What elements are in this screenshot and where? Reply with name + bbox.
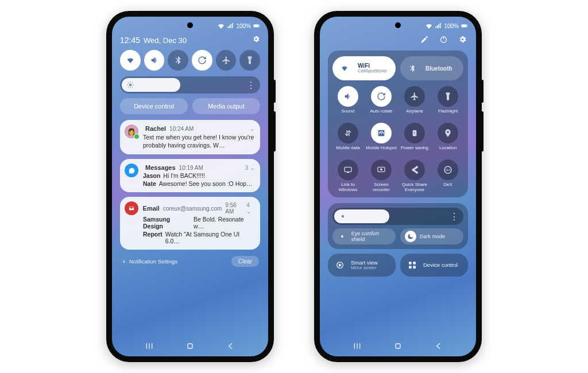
msg-text: Hi I'm BACK!!!!! [163, 172, 205, 179]
svg-rect-5 [462, 25, 467, 28]
quick-toggle-row [112, 50, 268, 71]
msg-sender: Jason [143, 172, 160, 179]
battery-icon [253, 22, 260, 29]
notification-messages[interactable]: Messages 10:19 AM 3 ⌄ JasonHi I'm BACK!!… [120, 159, 260, 192]
nav-home[interactable] [393, 341, 403, 353]
notif-count: 4 [246, 202, 250, 208]
tile-label: Airplane [406, 109, 423, 119]
tile-flashlight[interactable]: Flashlight [432, 86, 463, 119]
clear-button[interactable]: Clear [231, 256, 259, 267]
nav-recents[interactable] [145, 341, 154, 353]
phone-left: 100% 12:45 Wed, Dec 30 ⋮ Device contr [106, 11, 274, 362]
settings-icon[interactable] [458, 35, 467, 46]
notif-sender: Rachel [145, 125, 166, 132]
tile-location[interactable]: Location [432, 123, 463, 156]
toggle-sound[interactable] [144, 50, 165, 71]
svg-rect-21 [413, 266, 416, 269]
dark-label: Dark mode [420, 234, 445, 239]
chevron-down-icon[interactable]: ⌄ [250, 126, 254, 132]
mail-sender: Report [143, 231, 163, 244]
msg-sender: Nate [143, 180, 156, 187]
camera-cutout [187, 22, 193, 28]
nav-home[interactable] [185, 341, 195, 353]
brightness-more-icon[interactable]: ⋮ [246, 80, 256, 91]
screen-notifications: 100% 12:45 Wed, Dec 30 ⋮ Device contr [112, 17, 268, 356]
brightness-panel: ⋮ Eye comfort shield Dark mode [328, 203, 468, 249]
tile-hotspot[interactable]: Mobile Hotspot [366, 123, 397, 156]
mail-text: Watch "At Samsung One UI 6.0… [165, 231, 254, 244]
svg-rect-6 [467, 25, 467, 27]
date: Wed, Dec 30 [144, 36, 187, 45]
tile-wifi[interactable]: WiFiCellSpot5GHz [332, 56, 396, 80]
screen-quick-settings: 100% WiFiCellSpot5GHz Bluetooth SoundAut… [320, 17, 476, 356]
cellular-icon [227, 22, 234, 29]
tile-screenrec[interactable]: Screen recorder [366, 160, 397, 193]
bottom-tiles: Smart viewMirror screen Device control [328, 254, 468, 277]
navbar [320, 341, 476, 353]
qs-panel: WiFiCellSpot5GHz Bluetooth SoundAuto rot… [328, 50, 468, 197]
tile-bluetooth[interactable]: Bluetooth [400, 56, 463, 80]
tile-label: Mobile data [336, 146, 359, 156]
tile-sound[interactable]: Sound [332, 86, 363, 119]
tile-label: Mobile Hotspot [366, 146, 396, 156]
tile-mobiledata[interactable]: Mobile data [332, 123, 363, 156]
toggle-rotate[interactable] [192, 50, 212, 71]
brightness-slider[interactable]: ⋮ [332, 208, 463, 225]
notif-settings-link[interactable]: Notification Settings [129, 258, 177, 265]
tile-rotate[interactable]: Auto rotate [366, 86, 397, 119]
svg-point-12 [380, 168, 382, 170]
media-output-button[interactable]: Media output [192, 98, 260, 114]
battery-text: 100% [444, 23, 459, 29]
tile-quickshare[interactable]: Quick Share Everyone [399, 160, 430, 193]
tile-label: Quick Share Everyone [399, 182, 430, 193]
eye-label: Eye comfort shield [351, 231, 391, 242]
svg-rect-10 [345, 167, 351, 172]
notif-count: 3 [245, 165, 249, 171]
svg-point-2 [129, 84, 132, 87]
wifi-signal-icon [425, 22, 432, 29]
control-pills: Device control Media output [112, 98, 268, 114]
wifi-ssid: CellSpot5GHz [358, 69, 387, 74]
nav-back[interactable] [226, 341, 235, 353]
eye-comfort-toggle[interactable]: Eye comfort shield [332, 228, 396, 244]
power-icon[interactable] [439, 35, 448, 46]
sun-icon [339, 212, 347, 220]
wifi-signal-icon [218, 22, 225, 29]
svg-point-16 [341, 235, 343, 238]
edit-icon[interactable] [420, 35, 429, 46]
notif-time: 10:24 AM [169, 126, 194, 132]
notification-email[interactable]: Email coreux@samsung.com 9:56 AM 4 ⌄ Sam… [120, 197, 260, 250]
toggle-wifi[interactable] [120, 50, 141, 71]
svg-rect-4 [188, 344, 192, 348]
svg-rect-22 [396, 344, 400, 348]
tile-airplane[interactable]: Airplane [399, 86, 430, 119]
tile-powersave[interactable]: Power saving [399, 123, 430, 156]
device-control-button[interactable]: Device control [120, 98, 188, 114]
smartview-sub: Mirror screen [351, 266, 378, 270]
dark-mode-toggle[interactable]: Dark mode [400, 228, 463, 244]
tile-label: Flashlight [438, 109, 458, 119]
notif-addr: coreux@samsung.com [163, 205, 222, 212]
tile-smartview[interactable]: Smart viewMirror screen [328, 254, 396, 277]
brightness-slider[interactable]: ⋮ [120, 76, 260, 94]
brightness-more-icon[interactable]: ⋮ [450, 211, 459, 222]
brightness-fill [334, 209, 389, 223]
nav-recents[interactable] [353, 341, 362, 353]
toggle-flashlight[interactable] [239, 50, 260, 71]
tile-dex[interactable]: DeXDeX [432, 160, 463, 193]
svg-rect-19 [413, 262, 416, 265]
cellular-icon [435, 22, 442, 29]
battery-icon [461, 22, 468, 29]
toggle-bluetooth[interactable] [168, 50, 188, 71]
battery-text: 100% [236, 23, 251, 29]
svg-rect-0 [254, 25, 259, 28]
notif-app: Email [143, 205, 160, 212]
tile-device-control[interactable]: Device control [400, 254, 468, 277]
messages-app-icon [125, 164, 138, 177]
tile-link[interactable]: Link to Windows [332, 160, 363, 193]
settings-icon[interactable] [252, 35, 260, 45]
nav-back[interactable] [434, 341, 443, 353]
tile-label: Screen recorder [366, 182, 397, 193]
notification-rachel[interactable]: 👩 Rachel 10:24 AM ⌄ Text me when you get… [120, 120, 260, 154]
toggle-airplane[interactable] [216, 50, 237, 71]
